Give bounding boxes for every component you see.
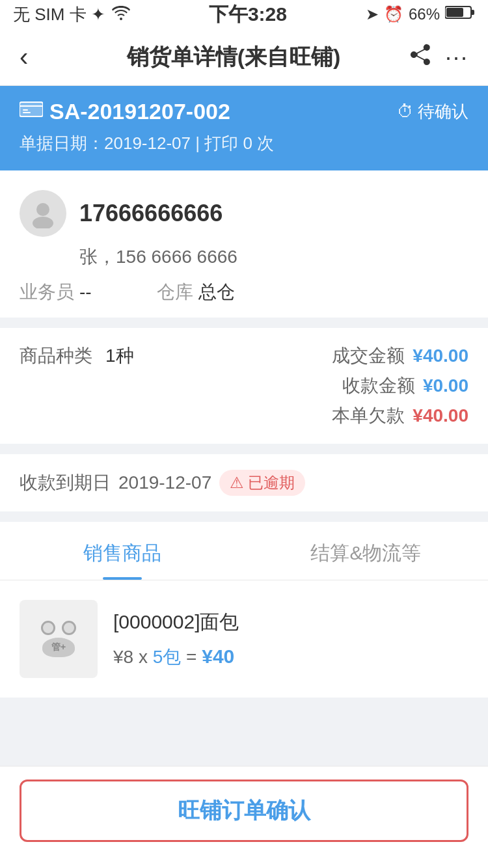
- status-right: ➤ ⏰ 66%: [366, 5, 475, 23]
- received-amount-row: 收款金额 ¥0.00: [342, 373, 468, 398]
- product-list: 管+ [0000002]面包 ¥8 x 5包 = ¥40: [0, 580, 488, 698]
- svg-point-4: [36, 203, 49, 216]
- product-name: [0000002]面包: [113, 609, 468, 636]
- svg-rect-3: [20, 102, 43, 116]
- received-amount-value: ¥0.00: [423, 375, 468, 396]
- price-text: ¥8 x: [113, 647, 153, 667]
- alarm-icon: ⏰: [384, 5, 403, 23]
- tab-settlement[interactable]: 结算&物流等: [244, 522, 488, 580]
- received-amount-label: 收款金额: [342, 373, 415, 398]
- svg-point-5: [33, 217, 53, 228]
- product-total: ¥40: [202, 645, 234, 667]
- due-date-label: 收款到期日: [20, 470, 111, 495]
- battery-text: 66%: [409, 5, 440, 23]
- summary-card: 商品种类 1种 成交金额 ¥40.00 收款金额 ¥0.00 本单欠款 ¥40.…: [0, 328, 488, 444]
- due-date-card: 收款到期日 2019-12-07 ⚠ 已逾期: [0, 454, 488, 511]
- table-row: 管+ [0000002]面包 ¥8 x 5包 = ¥40: [0, 580, 488, 698]
- battery-icon: [445, 5, 475, 23]
- warehouse-value: 总仓: [198, 280, 235, 305]
- order-header: SA-20191207-002 ⏱ 待确认 单据日期：2019-12-07 | …: [0, 86, 488, 170]
- customer-name: 张，156 6666 6666: [20, 245, 468, 269]
- overdue-badge: ⚠ 已逾期: [219, 470, 305, 496]
- customer-avatar: [20, 190, 66, 237]
- summary-left: 商品种类 1种: [20, 344, 134, 368]
- wifi-icon: [112, 5, 130, 25]
- tab-underline: [103, 577, 142, 580]
- summary-right: 成交金额 ¥40.00 收款金额 ¥0.00 本单欠款 ¥40.00: [332, 344, 468, 428]
- salesman-label: 业务员: [20, 280, 74, 305]
- deal-amount-value: ¥40.00: [413, 346, 468, 366]
- nav-right-icons: ···: [409, 43, 468, 71]
- tabs-container: 销售商品 结算&物流等: [0, 522, 488, 580]
- bottom-bar: 旺铺订单确认: [0, 766, 488, 868]
- deal-amount-row: 成交金额 ¥40.00: [332, 344, 468, 368]
- order-date: 单据日期：2019-12-07 | 打印 0 次: [20, 132, 468, 155]
- overdue-icon: ⚠: [230, 474, 244, 492]
- status-clock-icon: ⏱: [397, 102, 414, 122]
- due-date-value: 2019-12-07: [118, 472, 211, 493]
- page-title: 销货单详情(来自旺铺): [127, 42, 341, 72]
- warehouse-label: 仓库: [157, 280, 193, 305]
- nav-bar: ‹ 销货单详情(来自旺铺) ···: [0, 29, 488, 86]
- svg-rect-1: [471, 10, 474, 15]
- no-sim-text: 无 SIM 卡 ✦: [13, 3, 105, 26]
- eq-sign: =: [186, 647, 202, 667]
- status-bar: 无 SIM 卡 ✦ 下午3:28 ➤ ⏰ 66%: [0, 0, 488, 29]
- order-icon: [20, 99, 43, 124]
- product-price: ¥8 x 5包 = ¥40: [113, 645, 468, 670]
- owed-amount-label: 本单欠款: [332, 403, 405, 428]
- confirm-order-button[interactable]: 旺铺订单确认: [20, 780, 468, 842]
- order-status: ⏱ 待确认: [397, 100, 468, 123]
- overdue-text: 已逾期: [248, 472, 295, 493]
- product-info: [0000002]面包 ¥8 x 5包 = ¥40: [113, 609, 468, 670]
- deal-amount-label: 成交金额: [332, 344, 405, 368]
- product-thumbnail: 管+: [20, 600, 98, 678]
- product-qty: 5包: [153, 647, 182, 667]
- customer-card: 17666666666 张，156 6666 6666 业务员 -- 仓库 总仓: [0, 170, 488, 318]
- back-button[interactable]: ‹: [20, 42, 59, 72]
- owed-amount-row: 本单欠款 ¥40.00: [332, 403, 468, 428]
- salesman-value: --: [79, 282, 92, 303]
- location-icon: ➤: [366, 5, 379, 23]
- tab-products[interactable]: 销售商品: [0, 522, 244, 580]
- status-time: 下午3:28: [209, 1, 287, 28]
- status-left: 无 SIM 卡 ✦: [13, 3, 130, 26]
- type-label: 商品种类: [20, 344, 92, 368]
- customer-phone: 17666666666: [79, 200, 223, 227]
- order-id: SA-20191207-002: [20, 99, 230, 124]
- type-value: 1种: [105, 344, 134, 368]
- owed-amount-value: ¥40.00: [413, 405, 468, 426]
- share-button[interactable]: [409, 43, 432, 71]
- svg-rect-2: [446, 8, 463, 17]
- customer-meta: 业务员 -- 仓库 总仓: [20, 280, 468, 305]
- more-button[interactable]: ···: [445, 44, 468, 71]
